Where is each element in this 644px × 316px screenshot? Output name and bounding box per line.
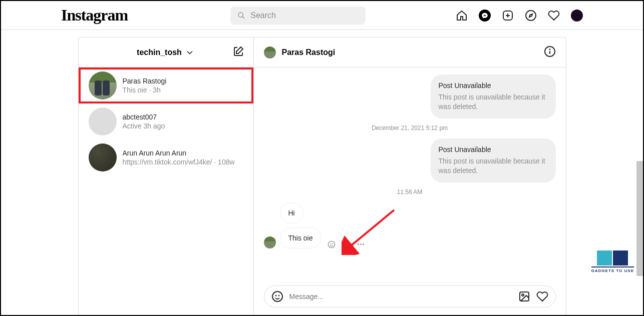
incoming-message-bubble[interactable]: Hi [280, 202, 303, 224]
outgoing-post-bubble[interactable]: Post Unavailable This post is unavailabl… [431, 138, 556, 182]
svg-point-10 [328, 241, 335, 248]
post-body: This post is unavailable because it was … [439, 156, 548, 176]
account-switcher[interactable]: techin_tosh [137, 48, 195, 58]
post-title: Post Unavailable [439, 82, 548, 90]
svg-point-16 [278, 296, 279, 296]
svg-point-5 [526, 10, 536, 20]
messenger-icon[interactable] [479, 10, 491, 22]
incoming-message-row: Hi [280, 202, 556, 224]
thread-preview: https://vm.tiktok.com/wfJ4ke/ · 108w [123, 158, 235, 166]
thread-item[interactable]: abctest007 Active 3h ago [79, 104, 253, 140]
svg-marker-6 [529, 14, 532, 17]
search-icon [237, 12, 245, 20]
incoming-message-bubble[interactable]: This oie [280, 228, 321, 248]
thread-avatar [89, 72, 117, 100]
thread-meta: Paras Rastogi This oie · 3h [123, 77, 167, 94]
top-nav: Instagram Search [1, 1, 643, 30]
thread-meta: Arun Arun Arun Arun https://vm.tiktok.co… [123, 149, 235, 166]
svg-point-15 [275, 296, 276, 296]
dm-container: techin_tosh Paras Rastogi This oie · 3h … [78, 37, 566, 316]
message-actions [328, 240, 364, 248]
watermark: GADGETS TO USE [591, 250, 634, 273]
thread-item[interactable]: Paras Rastogi This oie · 3h [79, 68, 253, 104]
thread-item[interactable]: Arun Arun Arun Arun https://vm.tiktok.co… [79, 140, 253, 176]
svg-point-9 [549, 49, 550, 50]
reply-icon[interactable] [343, 240, 351, 248]
chat-info-button[interactable] [544, 46, 556, 60]
photo-icon[interactable] [518, 290, 530, 302]
current-username: techin_tosh [137, 48, 182, 57]
watermark-text: GADGETS TO USE [591, 266, 634, 273]
chevron-down-icon [185, 48, 195, 58]
explore-icon[interactable] [525, 10, 537, 22]
thread-list: Paras Rastogi This oie · 3h abctest007 A… [79, 68, 253, 316]
message-input[interactable] [289, 292, 512, 300]
search-input[interactable]: Search [230, 6, 366, 24]
svg-point-0 [238, 12, 243, 17]
chat-pane: Paras Rastogi Post Unavailable This post… [254, 38, 566, 316]
thread-name: Paras Rastogi [123, 77, 167, 85]
instagram-logo[interactable]: Instagram [61, 6, 128, 24]
more-options-icon[interactable] [358, 244, 364, 245]
outgoing-post-bubble[interactable]: Post Unavailable This post is unavailabl… [431, 74, 556, 118]
search-placeholder: Search [250, 11, 276, 20]
thread-meta: abctest007 Active 3h ago [123, 113, 165, 130]
chat-header: Paras Rastogi [254, 38, 566, 68]
thread-list-header: techin_tosh [79, 38, 253, 68]
incoming-message-row: This oie [264, 228, 556, 248]
svg-line-1 [242, 16, 244, 18]
thread-name: abctest007 [123, 113, 165, 121]
new-post-icon[interactable] [502, 10, 514, 22]
profile-avatar[interactable] [571, 10, 583, 22]
message-composer [264, 286, 556, 308]
thread-preview: Active 3h ago [123, 122, 165, 130]
svg-point-18 [522, 294, 524, 296]
timestamp: December 21, 2021 5:12 pm [264, 124, 556, 132]
thread-avatar [89, 108, 117, 136]
svg-point-11 [330, 244, 331, 244]
thread-avatar [89, 144, 117, 172]
thread-preview: This oie · 3h [123, 86, 167, 94]
message-list: Post Unavailable This post is unavailabl… [254, 68, 566, 280]
svg-point-14 [272, 292, 282, 302]
home-icon[interactable] [456, 10, 468, 22]
chat-avatar[interactable] [264, 46, 276, 58]
react-emoji-icon[interactable] [328, 240, 336, 248]
like-heart-icon[interactable] [536, 290, 548, 302]
scrollbar[interactable] [636, 161, 644, 276]
nav-icons [456, 10, 583, 22]
activity-heart-icon[interactable] [548, 10, 560, 22]
timestamp: 11:58 AM [264, 188, 556, 196]
thread-name: Arun Arun Arun Arun [123, 149, 235, 157]
message-avatar[interactable] [264, 236, 276, 248]
post-title: Post Unavailable [439, 146, 548, 154]
compose-message-button[interactable] [232, 46, 244, 60]
emoji-picker-icon[interactable] [271, 290, 283, 302]
svg-point-12 [332, 244, 333, 244]
chat-name[interactable]: Paras Rastogi [282, 48, 336, 57]
thread-list-pane: techin_tosh Paras Rastogi This oie · 3h … [79, 38, 254, 316]
post-body: This post is unavailable because it was … [439, 92, 548, 112]
